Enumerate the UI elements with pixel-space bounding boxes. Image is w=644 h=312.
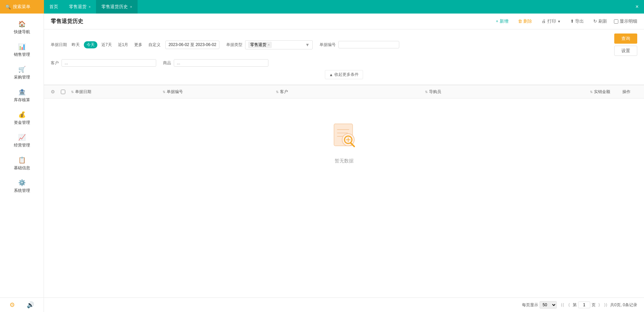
doc-num-input[interactable] [338,41,399,48]
date-label: 单据日期 [51,42,67,48]
sidebar-item-inventory[interactable]: 🏦 库存核算 [0,84,44,107]
collapse-up-icon: ▲ [329,72,333,77]
page-nav: ⟨⟨ ⟨ 第 页 ⟩ ⟩⟩ 共0页, 0条记录 [559,302,637,308]
date-filter-today[interactable]: 今天 [84,41,97,48]
th-action-label: 操作 [622,89,630,95]
sales-icon: 📊 [18,43,26,50]
sidebar-item-finance-label: 资金管理 [14,120,30,126]
export-button[interactable]: ⬆ 导出 [568,17,587,26]
doc-type-tag-close[interactable]: × [268,43,270,47]
sidebar-item-operations[interactable]: 📈 经营管理 [0,130,44,152]
search-menu[interactable]: 🔍 搜索菜单 [0,0,44,14]
date-filter-yesterday[interactable]: 昨天 [70,41,82,48]
th-customer-label: 客户 [280,89,288,95]
tabs: 首页 零售退货 × 零售退货历史 × [44,0,630,14]
sidebar-item-finance[interactable]: 💰 资金管理 [0,107,44,130]
table-container: ⚙ ⇅ 单据日期 ⇅ 单据编号 ⇅ 客户 ⇅ [44,85,644,297]
th-amount-label: 实销金额 [594,89,610,95]
action-buttons: 查询 设置 [614,34,637,56]
empty-state: 暂无数据 [44,98,644,184]
table-settings-icon[interactable]: ⚙ [51,89,55,94]
th-amount: ⇅ 实销金额 [535,89,613,95]
th-date-sort-icon[interactable]: ⇅ [71,90,74,94]
date-filter-1month[interactable]: 近1月 [116,41,130,48]
sidebar-item-quick-nav-label: 快捷导航 [14,29,30,35]
tab-retail-return-label: 零售退货 [69,4,87,10]
page-size-selector: 每页显示 20 50 100 [522,301,557,309]
customer-field: 客户 [51,59,156,67]
top-bar: 🔍 搜索菜单 首页 零售退货 × 零售退货历史 × × [0,0,644,14]
page-size-label: 每页显示 [522,302,538,308]
th-customer-sort-icon[interactable]: ⇅ [276,90,279,94]
select-all-checkbox[interactable] [61,90,65,94]
sidebar-item-purchase-mgmt[interactable]: 🛒 采购管理 [0,62,44,84]
date-field: 单据日期 昨天 今天 近7天 近1月 更多 自定义 2023-06-02 至 2… [51,41,219,49]
date-filter-7days[interactable]: 近7天 [99,41,114,48]
page-next-button[interactable]: ⟩ [597,302,601,308]
date-range-value[interactable]: 2023-06-02 至 2023-06-02 [165,41,219,49]
system-icon: ⚙️ [18,179,26,186]
doc-type-tag: 零售退货 × [248,42,272,48]
customer-input[interactable] [62,59,156,67]
doc-type-selector[interactable]: 零售退货 × ▼ [245,40,313,49]
page-header: 零售退货历史 + 新增 🗑 删除 🖨 打印 ▼ ⬆ 导出 ↻ 刷新 [44,14,644,29]
collapse-button[interactable]: ▲ 收起更多条件 [325,70,363,79]
operations-icon: 📈 [18,134,26,141]
sidebar-item-quick-nav[interactable]: 🏠 快捷导航 [0,16,44,39]
query-button[interactable]: 查询 [614,34,637,44]
search-area: 单据日期 昨天 今天 近7天 近1月 更多 自定义 2023-06-02 至 2… [44,29,644,85]
tab-home[interactable]: 首页 [44,0,64,14]
date-filter-custom[interactable]: 自定义 [146,41,163,48]
sidebar-item-system-mgmt-label: 系统管理 [14,188,30,194]
tab-retail-return-history-close[interactable]: × [130,5,132,9]
tab-retail-return[interactable]: 零售退货 × [64,0,96,14]
tab-retail-return-history[interactable]: 零售退货历史 × [96,0,137,14]
goods-input[interactable] [174,59,268,67]
settings-icon[interactable]: ⚙ [9,301,15,309]
th-customer: ⇅ 客户 [273,89,422,95]
show-detail-label: 显示明细 [620,18,637,24]
volume-icon[interactable]: 🔊 [27,301,34,309]
refresh-button[interactable]: ↻ 刷新 [591,17,610,26]
sidebar-item-system-mgmt[interactable]: ⚙️ 系统管理 [0,175,44,198]
th-num-sort-icon[interactable]: ⇅ [163,90,165,94]
add-button[interactable]: + 新增 [493,17,511,26]
page-prev-button[interactable]: ⟨ [567,302,571,308]
sidebar-item-basic-info-label: 基础信息 [14,165,30,171]
sidebar-item-basic-info[interactable]: 📋 基础信息 [0,152,44,175]
delete-button[interactable]: 🗑 删除 [515,17,535,26]
print-chevron-icon: ▼ [557,20,561,23]
tab-retail-return-history-label: 零售退货历史 [101,4,128,10]
search-menu-label: 搜索菜单 [13,4,30,10]
sidebar: 🏠 快捷导航 📊 销售管理 🛒 采购管理 🏦 库存核算 💰 资金管理 📈 经营管… [0,14,44,312]
doc-type-tag-value: 零售退货 [250,42,266,48]
th-guide-sort-icon[interactable]: ⇅ [425,90,428,94]
settings-button[interactable]: 设置 [614,46,637,56]
show-detail-checkbox[interactable] [614,19,618,24]
sidebar-item-operations-label: 经营管理 [14,142,30,148]
customer-label: 客户 [51,60,59,66]
page-last-button[interactable]: ⟩⟩ [603,302,609,308]
th-guide: ⇅ 导购员 [422,89,535,95]
page-title: 零售退货历史 [51,18,83,25]
page-size-select[interactable]: 20 50 100 [540,301,557,309]
refresh-button-label: ↻ 刷新 [593,18,607,24]
tab-retail-return-close[interactable]: × [89,5,91,9]
date-filter-more[interactable]: 更多 [132,41,144,48]
collapse-label: 收起更多条件 [334,72,359,77]
print-button[interactable]: 🖨 打印 ▼ [539,17,564,26]
th-settings-col: ⚙ [48,89,58,94]
th-date-label: 单据日期 [75,89,91,95]
window-close-button[interactable]: × [630,4,644,10]
th-date: ⇅ 单据日期 [68,89,160,95]
doc-type-field: 单据类型 零售退货 × ▼ [226,40,313,49]
sidebar-item-inventory-label: 库存核算 [14,97,30,103]
page-first-button[interactable]: ⟨⟨ [559,302,566,308]
page-unit-label: 页 [592,302,596,308]
show-detail-toggle[interactable]: 显示明细 [614,18,637,24]
table-header: ⚙ ⇅ 单据日期 ⇅ 单据编号 ⇅ 客户 ⇅ [44,85,644,98]
sidebar-item-sales-mgmt[interactable]: 📊 销售管理 [0,39,44,62]
th-amount-sort-icon[interactable]: ⇅ [590,90,593,94]
doc-type-label: 单据类型 [226,42,242,48]
page-number-input[interactable] [578,302,590,308]
